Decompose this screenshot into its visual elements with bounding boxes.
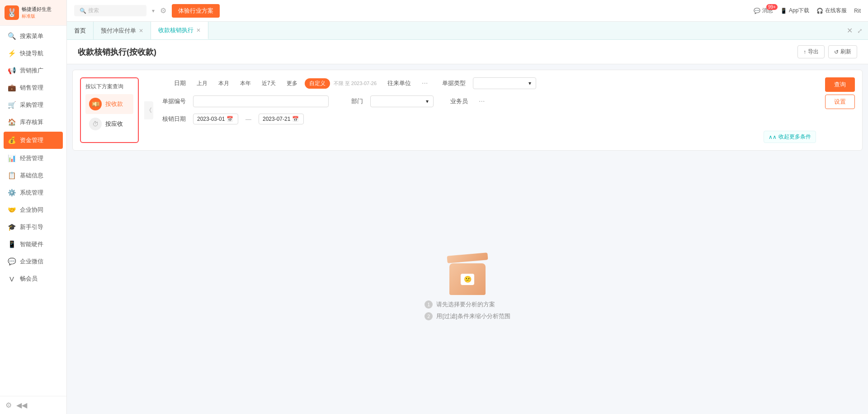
doc-no-input[interactable]	[193, 95, 329, 107]
date-range-note: 不限 至 2023-07-26	[334, 80, 377, 87]
message-button[interactable]: 💬 消息 99+	[754, 7, 773, 14]
sidebar-item-basic[interactable]: 📋 基础信息	[0, 167, 66, 184]
dropdown-icon[interactable]: ▾	[152, 8, 155, 14]
receipt-option-icon: 💴	[89, 98, 102, 110]
sidebar-item-enterprise[interactable]: 🤝 企业协同	[0, 201, 66, 219]
sidebar-item-label: 企业协同	[20, 206, 43, 214]
refresh-button[interactable]: ↺ 刷新	[828, 45, 857, 58]
service-label: 在线客服	[825, 7, 847, 14]
sidebar-item-label: 新手引导	[20, 223, 43, 231]
sidebar-item-marketing[interactable]: 📢 营销推广	[0, 62, 66, 79]
system-nav-icon: ⚙️	[7, 189, 16, 197]
sidebar-item-sales[interactable]: 💼 销售管理	[0, 79, 66, 96]
settings-bottom-icon[interactable]: ⚙	[5, 401, 12, 409]
sidebar-item-system[interactable]: ⚙️ 系统管理	[0, 184, 66, 201]
dept-label: 部门	[336, 97, 363, 105]
empty-tip-1: 1 请先选择要分析的方案	[425, 300, 510, 309]
expand-tab-icon[interactable]: ⤢	[857, 27, 863, 34]
finance-nav-icon: 💰	[7, 136, 16, 144]
box-body: 😕	[449, 263, 486, 295]
sidebar-item-guide[interactable]: 🎓 新手引导	[0, 219, 66, 236]
main-area: 🔍 搜索 ▾ ⚙ 体验行业方案 💬 消息 99+ 📱 App下载 🎧 在线客服 …	[67, 0, 868, 414]
export-button[interactable]: ↑ 导出	[797, 45, 825, 58]
sidebar-item-finance[interactable]: 💰 资金管理	[4, 132, 63, 149]
topbar-right: 💬 消息 99+ 📱 App下载 🎧 在线客服 Rit	[754, 7, 861, 14]
sidebar-item-label: 快捷导航	[20, 49, 43, 57]
dept-select[interactable]: ▾	[370, 95, 434, 107]
content-area: 收款核销执行(按收款) ↑ 导出 ↺ 刷新 按以下方案查询 💴 按收款	[67, 40, 868, 414]
page-title: 收款核销执行(按收款)	[78, 47, 156, 57]
sidebar-item-purchase[interactable]: 🛒 采购管理	[0, 96, 66, 114]
basic-nav-icon: 📋	[7, 171, 16, 180]
app-icon: 📱	[780, 8, 787, 14]
empty-tip-2: 2 用[过滤]条件来缩小分析范围	[425, 312, 510, 320]
collapse-filter-button[interactable]: 《	[144, 101, 153, 119]
query-button[interactable]: 查询	[825, 77, 855, 92]
doc-type-select[interactable]: ▾	[473, 77, 536, 89]
prepay-tab-close-icon[interactable]: ✕	[139, 28, 143, 34]
date-more[interactable]: 更多	[283, 78, 301, 89]
operations-nav-icon: 📊	[7, 154, 16, 162]
filter-main: 日期 上月 本月 本年 近7天 更多 自定义 不限 至 2023-07-26 往…	[159, 77, 816, 143]
sidebar-item-inventory[interactable]: 🏠 库存核算	[0, 114, 66, 131]
sales-nav-icon: 💼	[7, 84, 16, 92]
topbar-search[interactable]: 🔍 搜索	[74, 5, 146, 16]
hardware-nav-icon: 📱	[7, 240, 16, 248]
partner-label: 往来单位	[384, 79, 411, 87]
sidebar-item-label: 经营管理	[20, 154, 43, 162]
filter-actions: 查询 设置	[825, 77, 855, 143]
date-this-month[interactable]: 本月	[215, 78, 233, 89]
refresh-label: 刷新	[840, 48, 851, 56]
gear-icon[interactable]: ⚙	[160, 6, 166, 15]
sidebar-item-label: 资金管理	[20, 136, 43, 144]
collapse-sidebar-icon[interactable]: ◀◀	[16, 401, 27, 409]
sidebar-item-label: 销售管理	[20, 84, 43, 92]
verify-tab-label: 收款核销执行	[158, 26, 193, 34]
filter-option-by-receipt[interactable]: 💴 按收款	[85, 94, 133, 114]
partner-picker-icon[interactable]: ···	[418, 79, 431, 87]
dept-chevron-icon: ▾	[426, 98, 429, 105]
filter-option-by-receivable[interactable]: ⏱ 按应收	[85, 114, 133, 134]
sidebar: 🐰 畅捷通好生意 标准版 🔍 搜索菜单 ⚡ 快捷导航 📢 营销推广 💼 销售管理…	[0, 0, 67, 414]
export-icon: ↑	[803, 49, 806, 55]
search-nav-icon: 🔍	[7, 32, 16, 40]
verify-tab-close-icon[interactable]: ✕	[196, 27, 201, 33]
guide-nav-icon: 🎓	[7, 223, 16, 231]
sidebar-item-wechat[interactable]: 💬 企业微信	[0, 253, 66, 270]
tab-home[interactable]: 首页	[67, 22, 94, 39]
verify-date-start[interactable]: 2023-03-01 📅	[193, 114, 238, 124]
date-this-year[interactable]: 本年	[236, 78, 255, 89]
verify-date-end[interactable]: 2023-07-21 📅	[259, 114, 304, 124]
solution-button[interactable]: 体验行业方案	[172, 4, 220, 18]
sidebar-item-member[interactable]: V 畅会员	[0, 270, 66, 287]
collapse-more-label: 收起更多条件	[778, 133, 811, 141]
tab-prepay[interactable]: 预付冲应付单 ✕	[94, 22, 151, 39]
sidebar-item-shortcut[interactable]: ⚡ 快捷导航	[0, 45, 66, 62]
date-last-month[interactable]: 上月	[193, 78, 211, 89]
receipt-option-label: 按收款	[105, 100, 123, 108]
sidebar-item-search[interactable]: 🔍 搜索菜单	[0, 28, 66, 45]
sidebar-item-operations[interactable]: 📊 经营管理	[0, 150, 66, 167]
user-name[interactable]: Rit	[854, 8, 861, 14]
verify-date-label: 核销日期	[159, 115, 186, 123]
setting-button[interactable]: 设置	[825, 95, 855, 109]
app-download-button[interactable]: 📱 App下载	[780, 7, 809, 14]
sidebar-bottom: ⚙ ◀◀	[0, 396, 66, 414]
tab-verify[interactable]: 收款核销执行 ✕	[151, 22, 208, 39]
prepay-tab-label: 预付冲应付单	[101, 27, 136, 35]
collapse-more-button[interactable]: ∧∧ 收起更多条件	[764, 131, 816, 143]
date-7days[interactable]: 近7天	[258, 78, 279, 89]
tabbar-actions: ✕ ⤢	[841, 22, 868, 39]
sidebar-item-label: 基础信息	[20, 171, 43, 180]
sidebar-item-hardware[interactable]: 📱 智能硬件	[0, 236, 66, 253]
close-tab-icon[interactable]: ✕	[847, 26, 853, 35]
receivable-option-icon: ⏱	[89, 118, 102, 130]
online-service-button[interactable]: 🎧 在线客服	[816, 7, 847, 14]
receivable-option-label: 按应收	[105, 120, 123, 128]
sidebar-item-label: 采购管理	[20, 101, 43, 109]
doc-no-label: 单据编号	[159, 97, 186, 105]
doc-type-label: 单据类型	[439, 79, 466, 87]
staff-picker-icon[interactable]: ···	[475, 97, 488, 105]
date-group: 上月 本月 本年 近7天 更多 自定义 不限 至 2023-07-26	[193, 78, 377, 89]
date-custom[interactable]: 自定义	[305, 78, 330, 89]
